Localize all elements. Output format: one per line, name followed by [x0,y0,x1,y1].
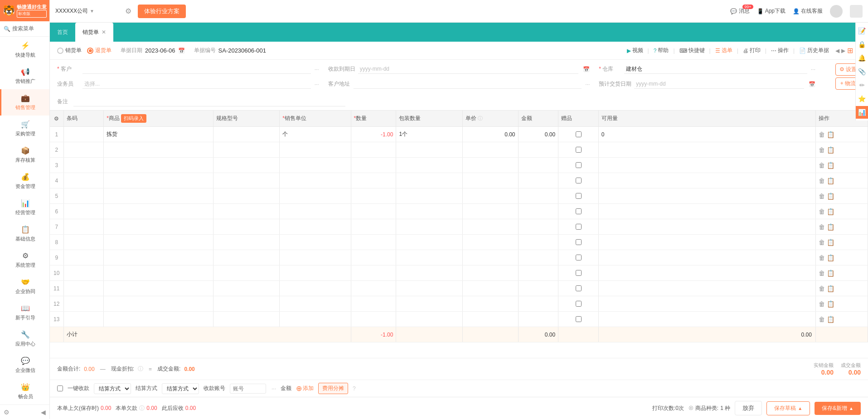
action-print[interactable]: 🖨 打印 [743,47,761,54]
salesperson-label: 业务员 [57,80,80,88]
action-history[interactable]: 📄 历史单据 [799,47,829,54]
action-select[interactable]: ☰ 选单 [715,47,732,54]
action-video[interactable]: ▶ 视频 [627,47,643,54]
expense-split-button[interactable]: 费用分摊 [318,383,348,394]
user-menu[interactable] [850,5,863,18]
warehouse-more-icon[interactable]: ··· [811,66,815,72]
row-1-unit[interactable]: 个 [280,127,351,142]
tab-home[interactable]: 首页 [50,23,75,42]
customer-input[interactable] [82,64,311,74]
sidebar-item-enterprise[interactable]: 🤝 企业协同 [0,273,49,299]
side-panel-icon-5[interactable]: ✏ [856,79,868,92]
notes-input[interactable] [73,97,345,106]
warehouse-input[interactable] [624,64,807,74]
side-panel-icon-7[interactable]: 📊 [856,106,868,119]
discard-button[interactable]: 放弃 [735,401,762,415]
scan-button[interactable]: 扫码录入 [121,114,146,123]
doc-date-value: 2023-06-06 [145,47,175,54]
sidebar-item-apps[interactable]: 🔧 应用中心 [0,326,49,352]
settings-icon[interactable]: ⚙ [125,7,131,15]
side-panel-icon-2[interactable]: 🔒 [856,38,868,51]
next-icon[interactable]: ▶ [841,48,845,54]
sidebar-item-purchase[interactable]: 🛒 采购管理 [0,116,49,142]
sidebar-item-inventory[interactable]: 📦 库存核算 [0,142,49,168]
col-amount: 金额 [518,111,558,127]
customer-more-icon[interactable]: ··· [315,66,319,72]
payment-help-icon[interactable]: ? [353,385,356,392]
account-number-input[interactable] [230,384,266,394]
row-1-amount[interactable]: 0.00 [518,127,558,142]
account-select[interactable]: 结算方式 [162,383,199,394]
sidebar-item-system[interactable]: ⚙ 系统管理 [0,247,49,273]
due-date-calendar-icon[interactable]: 📅 [583,66,590,72]
settings-gear-icon[interactable]: ⚙ [4,409,10,416]
side-panel-icon-3[interactable]: 🔔 [856,52,868,64]
grid-view-icon[interactable]: ⊞ [847,46,853,55]
row-1-pack-qty[interactable]: 1个 [396,127,462,142]
save-draft-button[interactable]: 保存草稿 ▲ [766,401,810,415]
total-owe-help[interactable]: ⓘ [139,405,145,412]
row-1-spec[interactable] [213,127,280,142]
row-1-barcode[interactable] [63,127,104,142]
message-button[interactable]: 💬 消息 99+ [730,7,750,15]
sidebar-item-wechat[interactable]: 💬 企业微信 [0,352,49,378]
side-panel-icon-6[interactable]: ⭐ [856,92,868,105]
enterprise-icon: 🤝 [21,278,30,286]
expected-calendar-icon[interactable]: 📅 [809,81,815,87]
sidebar-item-basics[interactable]: 📋 基础信息 [0,221,49,247]
sidebar-item-marketing[interactable]: 📢 营销推广 [0,63,49,89]
account-more-icon[interactable]: ··· [272,385,276,392]
settlement-method-select[interactable]: 结算方式 [94,383,131,394]
expected-date-input[interactable] [634,79,804,89]
save-new-button[interactable]: 保存&新增 ▲ [815,402,861,415]
row-1-gift-checkbox[interactable] [576,131,582,137]
sidebar-item-search[interactable]: 🔍 搜索菜单 [0,21,49,37]
trial-button[interactable]: 体验行业方案 [138,5,186,18]
radio-return-order[interactable]: 退货单 [87,47,112,54]
tab-sales-label: 销货单 [82,29,99,36]
action-shortcut[interactable]: ⌨ 快捷键 [679,47,705,54]
sidebar-item-finance[interactable]: 💰 资金管理 [0,168,49,194]
salesperson-more-icon[interactable]: ··· [315,81,319,87]
address-more-icon[interactable]: ··· [585,81,590,87]
side-panel-icon-4[interactable]: 📎 [856,65,868,78]
save-new-dropdown-icon[interactable]: ▲ [849,406,853,411]
row-1-product[interactable]: 拣货 [104,127,213,142]
row-1-quantity[interactable]: -1.00 [351,127,396,142]
online-service-button[interactable]: 👤 在线客服 [793,7,823,15]
date-calendar-icon[interactable]: 📅 [178,48,185,54]
radio-sales-dot [57,48,63,54]
save-draft-dropdown-icon[interactable]: ▲ [798,406,802,411]
sidebar-item-membership[interactable]: 👑 畅会员 [0,378,49,405]
side-panel-icon-1[interactable]: 📝 [856,24,868,37]
sidebar-item-quick-nav[interactable]: ⚡ 快捷导航 [0,37,49,63]
row-1-price[interactable]: 0.00 [462,127,518,142]
customer-address-input[interactable] [354,79,582,89]
prev-icon[interactable]: ◀ [835,48,839,54]
one-click-payment-checkbox[interactable] [57,385,63,391]
add-payment-button[interactable]: ⊕ 添加 [296,384,314,393]
col-gear[interactable]: ⚙ [50,111,63,127]
product-type-checkbox[interactable]: ☉ [689,405,693,411]
sidebar-item-sales[interactable]: 💼 销售管理 [0,89,49,116]
due-date-input[interactable] [358,64,579,74]
sidebar-item-guide[interactable]: 📖 新手引导 [0,299,49,326]
row-1-delete-icon[interactable]: 🗑 [819,131,825,138]
tab-sales-order[interactable]: 销货单 ✕ [75,23,113,42]
collapse-icon[interactable]: ◀ [41,409,46,416]
tab-close-icon[interactable]: ✕ [102,29,106,35]
company-selector[interactable]: XXXXXX公司 ▼ [55,7,119,15]
row-2-gift-checkbox[interactable] [576,147,582,153]
discount-help-icon[interactable]: ⓘ [138,365,143,373]
action-help[interactable]: ? 帮助 [654,47,669,54]
user-avatar[interactable] [830,5,843,18]
radio-sales-order[interactable]: 销货单 [57,47,82,54]
salesperson-input[interactable] [82,79,311,89]
sidebar-item-operations[interactable]: 📊 经营管理 [0,194,49,221]
app-download-button[interactable]: 📱 App下载 [757,7,786,15]
row-1-gift[interactable] [558,127,599,142]
row-1-copy-icon[interactable]: 📋 [827,131,834,138]
row-2-copy-icon[interactable]: 📋 [827,146,834,154]
row-2-delete-icon[interactable]: 🗑 [819,146,825,154]
action-operation[interactable]: ⋯ 操作 [771,47,789,54]
